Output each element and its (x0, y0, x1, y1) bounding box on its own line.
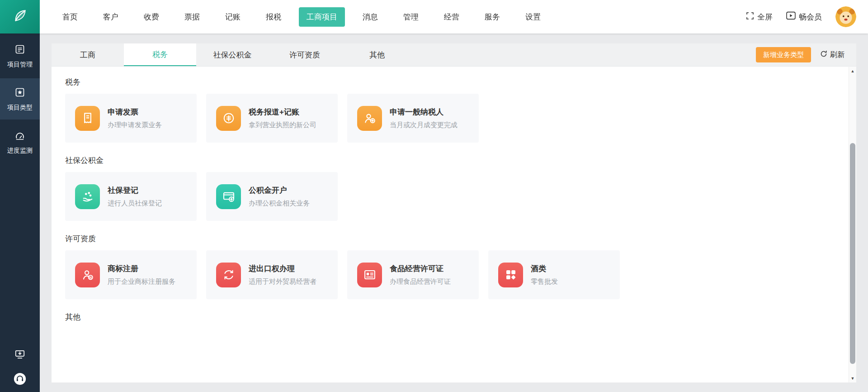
card-title: 申请发票 (108, 107, 162, 117)
taxpayer-icon (357, 106, 382, 131)
card-desc: 当月或次月成变更完成 (390, 121, 458, 129)
card-desc: 办理公积金相关业务 (249, 199, 310, 208)
nav-item-tax-filing[interactable]: 报税 (253, 7, 294, 27)
member-play-icon (786, 11, 796, 22)
member-label: 畅会员 (799, 12, 822, 22)
progress-monitor-icon (14, 130, 25, 142)
section-title-licenses: 许可资质 (65, 234, 849, 244)
card-title: 酒类 (531, 263, 558, 274)
nav-item-services[interactable]: 服务 (472, 7, 513, 27)
card-desc: 办理申请发票业务 (108, 121, 162, 129)
card-title: 商标注册 (108, 263, 175, 274)
sidebar-item-project-management[interactable]: 项目管理 (0, 35, 40, 76)
section-title-tax: 税务 (65, 77, 849, 87)
service-card-general-taxpayer[interactable]: 申请一般纳税人 当月或次月成变更完成 (347, 94, 479, 143)
app-logo[interactable] (0, 0, 40, 33)
support-headset-icon[interactable] (13, 372, 27, 386)
scroll-up-arrow[interactable]: ▲ (849, 67, 856, 75)
card-desc: 用于企业商标注册服务 (108, 277, 175, 286)
scroll-down-arrow[interactable]: ▼ (849, 374, 856, 382)
content-panel: 工商 税务 社保公积金 许可资质 其他 新增业务类型 刷新 (52, 43, 856, 382)
member-button[interactable]: 畅会员 (786, 11, 822, 22)
service-card-food-business-license[interactable]: 食品经营许可证 办理食品经营许可证 (347, 250, 479, 299)
main-area: 工商 税务 社保公积金 许可资质 其他 新增业务类型 刷新 (40, 33, 868, 392)
nav-item-operations[interactable]: 经营 (431, 7, 472, 27)
main-nav: 首页 客户 收费 票据 记账 报税 工商项目 消息 管理 经营 服务 设置 (50, 7, 553, 27)
service-card-apply-invoice[interactable]: 申请发票 办理申请发票业务 (65, 94, 197, 143)
nav-item-messages[interactable]: 消息 (350, 7, 391, 27)
fullscreen-icon (746, 12, 754, 22)
sidebar-item-label: 进度监测 (7, 147, 33, 155)
cards-row-social-insurance: 社保登记 进行人员社保登记 公积金开户 (65, 172, 849, 221)
nav-item-business-projects[interactable]: 工商项目 (299, 7, 345, 27)
service-card-tax-registration-bookkeeping[interactable]: 税务报道+记账 拿到营业执照的新公司 (206, 94, 338, 143)
nav-item-bookkeeping[interactable]: 记账 (212, 7, 253, 27)
left-sidebar: 项目管理 项目类型 进度监测 (0, 33, 40, 392)
project-type-star-icon (14, 87, 25, 99)
vertical-scrollbar[interactable]: ▲ ▼ (849, 67, 856, 382)
trademark-icon: R (75, 263, 100, 287)
tab-others[interactable]: 其他 (341, 43, 413, 66)
card-title: 食品经营许可证 (390, 263, 451, 274)
service-card-liquor[interactable]: 酒类 零售批发 (488, 250, 620, 299)
nav-item-management[interactable]: 管理 (391, 7, 431, 27)
refresh-button[interactable]: 刷新 (820, 50, 844, 60)
card-title: 进出口权办理 (249, 263, 316, 274)
card-desc: 零售批发 (531, 277, 558, 286)
download-client-icon[interactable] (14, 349, 26, 360)
services-content: 税务 申请发票 办理申请发票业务 (52, 67, 849, 382)
liquor-icon (498, 263, 523, 287)
refresh-icon (820, 50, 827, 59)
refresh-label: 刷新 (830, 50, 844, 60)
sidebar-item-progress-monitoring[interactable]: 进度监测 (0, 121, 40, 163)
sidebar-item-label: 项目类型 (7, 104, 33, 112)
tab-business[interactable]: 工商 (52, 43, 124, 66)
nav-item-home[interactable]: 首页 (50, 7, 90, 27)
tabstrip-actions: 新增业务类型 刷新 (756, 43, 856, 66)
card-desc: 进行人员社保登记 (108, 199, 162, 208)
card-title: 申请一般纳税人 (390, 107, 458, 117)
nav-item-invoices[interactable]: 票据 (172, 7, 212, 27)
tab-tax[interactable]: 税务 (124, 43, 196, 66)
service-card-import-export-rights[interactable]: 进出口权办理 适用于对外贸易经营者 (206, 250, 338, 299)
svg-text:R: R (89, 276, 92, 280)
cards-row-tax: 申请发票 办理申请发票业务 税务报道+记账 拿到营业执照的新公司 (65, 94, 849, 143)
top-navbar: 首页 客户 收费 票据 记账 报税 工商项目 消息 管理 经营 服务 设置 全屏 (0, 0, 868, 33)
add-business-type-button[interactable]: 新增业务类型 (756, 47, 811, 62)
service-card-housing-fund-account[interactable]: 公积金开户 办理公积金相关业务 (206, 172, 338, 221)
fund-account-icon (216, 184, 241, 209)
nav-item-billing[interactable]: 收费 (131, 7, 172, 27)
tax-ledger-icon (216, 106, 241, 131)
card-title: 公积金开户 (249, 185, 310, 196)
card-title: 税务报道+记账 (249, 107, 316, 117)
sidebar-item-label: 项目管理 (7, 61, 33, 69)
nav-item-settings[interactable]: 设置 (513, 7, 553, 27)
sidebar-bottom-icons (0, 349, 40, 386)
service-card-social-security-registration[interactable]: 社保登记 进行人员社保登记 (65, 172, 197, 221)
social-security-icon (75, 184, 100, 209)
project-management-icon (14, 44, 25, 56)
leaf-logo-icon (11, 7, 29, 27)
tab-licenses[interactable]: 许可资质 (269, 43, 341, 66)
food-license-icon (357, 263, 382, 287)
scrollbar-thumb[interactable] (850, 143, 855, 364)
user-avatar[interactable] (835, 6, 856, 27)
nav-right-utilities: 全屏 畅会员 (746, 6, 868, 27)
card-desc: 适用于对外贸易经营者 (249, 277, 316, 286)
fullscreen-button[interactable]: 全屏 (746, 12, 773, 22)
service-card-trademark-registration[interactable]: R 商标注册 用于企业商标注册服务 (65, 250, 197, 299)
fullscreen-label: 全屏 (757, 12, 773, 22)
sidebar-item-project-types[interactable]: 项目类型 (0, 78, 40, 120)
category-tabs: 工商 税务 社保公积金 许可资质 其他 新增业务类型 刷新 (52, 43, 856, 67)
card-desc: 拿到营业执照的新公司 (249, 121, 316, 129)
invoice-icon (75, 106, 100, 131)
section-title-others: 其他 (65, 312, 849, 322)
cards-row-licenses: R 商标注册 用于企业商标注册服务 (65, 250, 849, 299)
import-export-icon (216, 263, 241, 287)
tab-social-insurance[interactable]: 社保公积金 (196, 43, 269, 66)
card-title: 社保登记 (108, 185, 162, 196)
card-desc: 办理食品经营许可证 (390, 277, 451, 286)
section-title-social-insurance: 社保公积金 (65, 155, 849, 166)
nav-item-customers[interactable]: 客户 (90, 7, 131, 27)
